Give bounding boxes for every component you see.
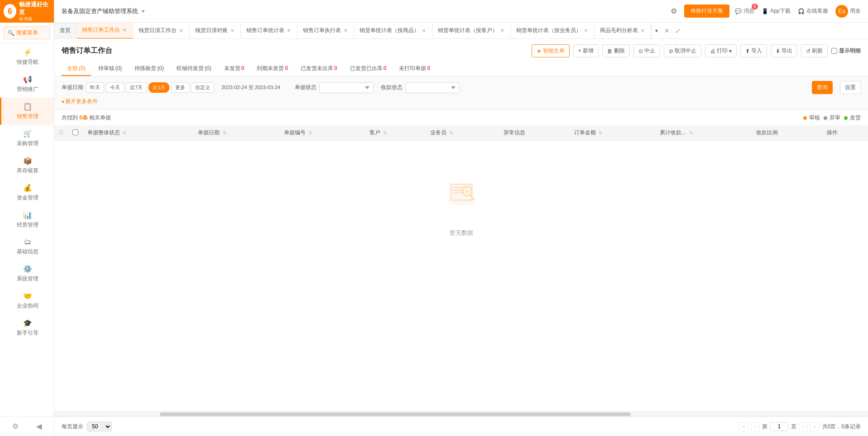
tab-close-icon[interactable]: ✕ — [421, 27, 427, 34]
search-menu-button[interactable]: 🔍 搜索菜单 — [4, 26, 50, 39]
show-detail-toggle[interactable]: 显示明细 — [831, 47, 861, 55]
filter-tab-wangpu[interactable]: 旺铺待发货(0) — [171, 62, 217, 76]
add-button[interactable]: + 新增 — [573, 44, 599, 57]
suspend-button[interactable]: ⊙ 中止 — [633, 44, 660, 57]
review-action-button[interactable]: 审核 — [803, 114, 820, 122]
date-btn-custom[interactable]: 自定义 — [191, 82, 214, 93]
search-icon: 🔍 — [8, 30, 14, 36]
filter-tab-pending-inspect[interactable]: 待拣验货(0) — [129, 62, 169, 76]
filter-tab-all[interactable]: 全部(0) — [62, 62, 91, 76]
tab-cash-daily[interactable]: 钱货日清工作台 ✕ — [133, 23, 190, 39]
filter-tab-shipped-out[interactable]: 已发货已出库0 — [345, 62, 392, 76]
tab-close-icon[interactable]: ✕ — [178, 27, 184, 34]
search-button[interactable]: 查询 — [812, 81, 833, 94]
sidebar-item-inventory[interactable]: 📦 库存核算 — [0, 152, 54, 179]
online-service-button[interactable]: 🎧 在线客服 — [798, 7, 828, 15]
tab-close-icon[interactable]: ✕ — [499, 27, 505, 34]
sidebar-item-quick-nav[interactable]: ⚡ 快捷导航 — [0, 43, 54, 71]
date-btn-today[interactable]: 今天 — [106, 82, 124, 93]
page-input[interactable] — [770, 422, 788, 431]
tab-product-margin[interactable]: 商品毛利分析表 ✕ — [595, 23, 651, 39]
tab-maximize-button[interactable]: ⤢ — [672, 23, 683, 39]
drag-handle-icon: ⠿ — [59, 129, 63, 137]
app-download-button[interactable]: 📱 App下载 — [762, 7, 791, 15]
tab-home[interactable]: 首页 — [54, 23, 77, 39]
settings-bottom-icon[interactable]: ⚙ — [10, 420, 20, 432]
sort-staff-icon[interactable]: ⇅ — [449, 130, 453, 135]
export-button[interactable]: ⬇ 导出 — [771, 44, 797, 57]
sort-number-icon[interactable]: ⇅ — [308, 130, 312, 135]
filter-tab-shipped-not-out[interactable]: 已发货未出库0 — [295, 62, 343, 76]
header-settings-icon[interactable]: ⚙ — [669, 5, 679, 17]
filter-tab-overdue[interactable]: 到期未发货0 — [251, 62, 293, 76]
tab-close-icon[interactable]: ✕ — [343, 27, 348, 34]
date-btn-1month[interactable]: 近1月 — [149, 82, 169, 93]
tab-sales-summary-product[interactable]: 销货单统计表（按商品） ✕ — [354, 23, 432, 39]
sidebar-item-guide[interactable]: 🎓 新手引导 — [0, 314, 54, 341]
filter-tab-not-printed[interactable]: 未打印单据0 — [393, 62, 436, 76]
sort-date-icon[interactable]: ⇅ — [223, 130, 226, 135]
sidebar-item-basic-info[interactable]: 🗂 基础信息 — [0, 233, 54, 260]
tab-sales-workbench[interactable]: 销售订单工作台 ✕ — [77, 23, 133, 39]
sort-customer-icon[interactable]: ⇅ — [383, 130, 387, 135]
page-prev-button[interactable]: ‹ — [751, 422, 759, 431]
sort-amount-icon[interactable]: ⇅ — [599, 130, 602, 135]
smart-gen-button[interactable]: ★ 智能生单 — [532, 44, 570, 57]
sort-collected-icon[interactable]: ⇅ — [689, 130, 693, 135]
sidebar-item-corp-coop[interactable]: 🤝 企业协同 — [0, 287, 54, 314]
sidebar-item-finance[interactable]: 💰 资金管理 — [0, 179, 54, 206]
print-button[interactable]: 🖨 打印 ▾ — [705, 44, 737, 57]
payment-filter-label: 收款状态 — [381, 84, 403, 91]
collapse-sidebar-icon[interactable]: ◀ — [34, 420, 43, 432]
tab-close-icon[interactable]: ✕ — [122, 27, 127, 33]
page-first-button[interactable]: « — [739, 422, 748, 431]
show-detail-checkbox[interactable] — [831, 48, 837, 54]
select-all-checkbox[interactable] — [72, 129, 78, 135]
tab-close-all-button[interactable]: ✕ — [662, 23, 672, 39]
sidebar-item-marketing[interactable]: 📢 营销推广 — [0, 71, 54, 98]
expand-filters-button[interactable]: ▾ 展开更多条件 — [62, 98, 861, 105]
tab-close-icon[interactable]: ✕ — [286, 27, 292, 34]
tab-cash-reconcile[interactable]: 钱货日清对账 ✕ — [190, 23, 241, 39]
page-next-button[interactable]: › — [799, 422, 807, 431]
date-btn-yesterday[interactable]: 昨天 — [86, 82, 104, 93]
payment-select[interactable] — [405, 82, 460, 93]
sidebar-item-sys-mgmt[interactable]: ⚙️ 系统管理 — [0, 260, 54, 287]
tab-sales-summary-staff[interactable]: 销货单统计表（按业务员） ✕ — [511, 23, 595, 39]
scrollbar-thumb[interactable] — [160, 412, 631, 416]
cta-button[interactable]: 体验行业方案 — [684, 5, 729, 18]
date-btn-7days[interactable]: 近7天 — [126, 82, 147, 93]
delete-icon: 🗑 — [607, 48, 613, 54]
page-inner: 销售订单工作台 ★ 智能生单 + 新增 🗑 删除 ⊙ 中止 — [54, 39, 868, 436]
sort-status-icon[interactable]: ⇅ — [123, 130, 126, 135]
sidebar-item-purchase[interactable]: 🛒 采购管理 — [0, 125, 54, 152]
refresh-button[interactable]: ↺ 刷新 — [801, 44, 828, 57]
cancel-review-action-button[interactable]: 弃审 — [824, 114, 840, 122]
tab-close-icon[interactable]: ✕ — [230, 27, 235, 34]
tab-sales-stats[interactable]: 销售订单统计表 ✕ — [241, 23, 297, 39]
date-btn-more[interactable]: 更多 — [171, 82, 189, 93]
sidebar-item-operations[interactable]: 📊 经营管理 — [0, 206, 54, 233]
tab-close-icon[interactable]: ✕ — [640, 27, 645, 34]
ship-action-button[interactable]: 发货 — [844, 114, 861, 122]
filter-tab-pending-review[interactable]: 待审核(0) — [93, 62, 128, 76]
tab-sales-exec[interactable]: 销售订单执行表 ✕ — [297, 23, 354, 39]
per-page-select[interactable]: 50 10 20 100 — [87, 422, 112, 431]
sidebar-item-label: 快捷导航 — [17, 58, 38, 66]
tab-close-icon[interactable]: ✕ — [583, 27, 589, 34]
delete-button[interactable]: 🗑 删除 — [602, 44, 630, 57]
tab-sales-summary-customer[interactable]: 销货单统计表（按客户） ✕ — [432, 23, 511, 39]
page-actions: ★ 智能生单 + 新增 🗑 删除 ⊙ 中止 ⊘ — [532, 44, 861, 57]
scrollbar-area[interactable] — [54, 411, 868, 417]
settings-button[interactable]: 设置 — [840, 81, 861, 94]
cancel-suspend-button[interactable]: ⊘ 取消中止 — [664, 44, 701, 57]
sidebar-item-label: 销售管理 — [17, 113, 38, 120]
message-button[interactable]: 💬 消息 6 — [735, 7, 754, 15]
page-last-button[interactable]: » — [810, 422, 820, 431]
tab-nav-more-button[interactable]: ▾ — [651, 23, 662, 39]
sidebar-item-sales[interactable]: 📋 销售管理 — [0, 98, 54, 125]
user-menu-button[interactable]: Ea 用友 — [835, 5, 861, 18]
status-select[interactable] — [319, 82, 374, 93]
filter-tab-not-shipped[interactable]: 未发货0 — [219, 62, 250, 76]
import-button[interactable]: ⬆ 导入 — [740, 44, 767, 57]
